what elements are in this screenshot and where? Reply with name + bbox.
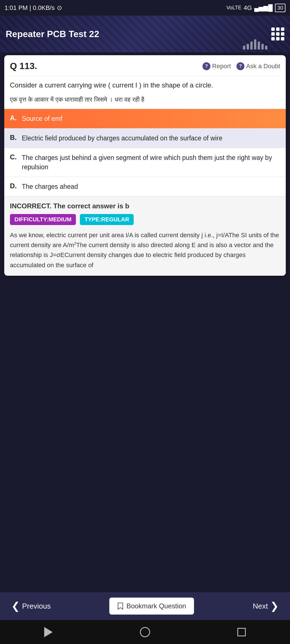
option-d[interactable]: D. The charges ahead	[4, 177, 286, 196]
option-a-text: Source of emf	[22, 114, 62, 123]
android-home-button[interactable]	[137, 626, 153, 638]
option-b-text: Electric field produced by charges accum…	[22, 134, 222, 143]
android-navbar	[0, 620, 290, 644]
status-bar: 1:01 PM | 0.0KB/s ⊙ VoLTE 4G ▄▅▆█ 30	[0, 0, 290, 16]
type-tag: TYPE:REGULAR	[80, 214, 134, 225]
question-card: Q 113. ? Report ? Ask a Doubt Consider a…	[4, 55, 286, 276]
difficulty-tag: DIFFICULTY:MEDIUM	[10, 214, 76, 225]
answer-result: INCORRECT. The correct answer is b	[10, 202, 280, 210]
next-label: Next	[253, 602, 268, 611]
question-text-english: Consider a current carrying wire ( curre…	[4, 76, 286, 95]
question-number: Q 113.	[10, 61, 37, 71]
option-a[interactable]: A. Source of emf	[4, 109, 286, 128]
option-b-label: B.	[10, 134, 18, 142]
option-c[interactable]: C. The charges just behind a given segme…	[4, 148, 286, 176]
question-actions: ? Report ? Ask a Doubt	[202, 62, 280, 70]
signal-strength: 4G	[244, 4, 252, 12]
option-c-text: The charges just behind a given segment …	[22, 153, 280, 171]
option-c-label: C.	[10, 153, 18, 161]
android-back-button[interactable]	[40, 626, 57, 638]
bookmark-icon	[117, 602, 123, 610]
next-arrow-icon: ❯	[270, 600, 279, 612]
previous-button[interactable]: ❮ Previous	[6, 597, 56, 615]
alarm-icon: ⊙	[57, 4, 62, 12]
report-icon: ?	[202, 62, 210, 70]
tags-row: DIFFICULTY:MEDIUM TYPE:REGULAR	[10, 214, 280, 225]
content-area: Q 113. ? Report ? Ask a Doubt Consider a…	[0, 52, 290, 397]
report-label: Report	[212, 63, 231, 70]
question-header: Q 113. ? Report ? Ask a Doubt	[4, 55, 286, 76]
question-text-hindi: एक वृत्त के आकार में एक धारावाही तार जिस…	[4, 95, 286, 109]
status-right: VoLTE 4G ▄▅▆█ 30	[227, 4, 285, 12]
option-d-text: The charges ahead	[22, 182, 78, 191]
ask-doubt-button[interactable]: ? Ask a Doubt	[236, 62, 280, 70]
report-button[interactable]: ? Report	[202, 62, 231, 70]
next-button[interactable]: Next ❯	[247, 597, 284, 615]
android-recents-button[interactable]	[233, 626, 250, 638]
previous-label: Previous	[22, 602, 51, 611]
bookmark-label: Bookmark Question	[126, 602, 186, 610]
bottom-navigation: ❮ Previous Bookmark Question Next ❯	[0, 592, 290, 620]
bookmark-button[interactable]: Bookmark Question	[109, 598, 194, 615]
network-icon: VoLTE	[227, 5, 242, 11]
battery-indicator: 30	[275, 4, 285, 12]
previous-arrow-icon: ❮	[11, 600, 20, 612]
grid-menu-icon[interactable]	[271, 27, 284, 40]
header-title: Repeater PCB Test 22	[6, 29, 99, 39]
option-a-label: A.	[10, 114, 18, 122]
status-left: 1:01 PM | 0.0KB/s ⊙	[5, 4, 62, 12]
explanation-text: As we know, electric current per unit ar…	[10, 230, 280, 270]
answer-section: INCORRECT. The correct answer is b DIFFI…	[4, 196, 286, 276]
time-display: 1:01 PM | 0.0KB/s	[5, 4, 55, 12]
option-b[interactable]: B. Electric field produced by charges ac…	[4, 128, 286, 148]
ask-doubt-label: Ask a Doubt	[246, 63, 280, 70]
signal-bars: ▄▅▆█	[254, 4, 273, 12]
ask-doubt-icon: ?	[236, 62, 244, 70]
app-header: Repeater PCB Test 22	[0, 16, 290, 52]
option-d-label: D.	[10, 182, 18, 190]
